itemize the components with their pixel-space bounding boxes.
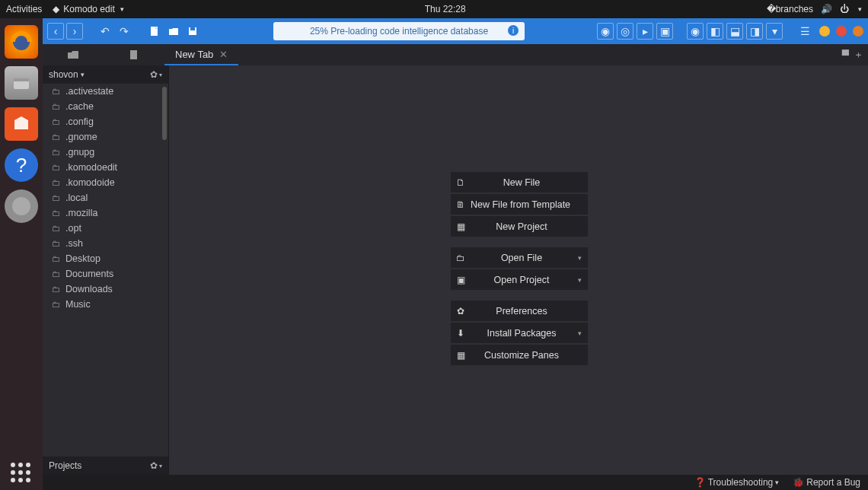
folder-icon: 🗀 [451, 253, 471, 263]
power-icon[interactable]: ⏻ [840, 4, 849, 14]
label: Troubleshooting [708, 477, 774, 488]
folder-icon: 🗀 [52, 163, 61, 172]
start-new-file[interactable]: 🗋 New File [451, 172, 588, 192]
report-bug-button[interactable]: 🐞 Report a Bug [793, 477, 860, 488]
open-project-icon: ▣ [451, 275, 471, 285]
dock-komodo[interactable] [5, 189, 38, 223]
places-item-label: .komodoide [65, 177, 115, 188]
label: New File from Template [471, 199, 588, 210]
places-item[interactable]: 🗀.opt [43, 221, 168, 236]
folder-icon: 🗀 [52, 132, 61, 142]
label: Open Project [471, 275, 588, 285]
network-icon[interactable]: �branches [767, 4, 813, 14]
start-new-project[interactable]: ▦ New Project [451, 216, 588, 237]
places-item[interactable]: 🗀.komodoedit [43, 160, 168, 175]
status-dot-red[interactable] [836, 26, 847, 37]
places-item[interactable]: 🗀.local [43, 190, 168, 205]
places-list[interactable]: 🗀.activestate🗀.cache🗀.config🗀.gnome🗀.gnu… [43, 84, 168, 457]
redo-button[interactable]: ↷ [116, 23, 132, 40]
status-bar: ❓ Troubleshooting ▾ 🐞 Report a Bug [43, 475, 868, 490]
places-item[interactable]: 🗀.gnome [43, 129, 168, 145]
folder-icon: 🗀 [52, 300, 61, 309]
start-preferences[interactable]: ✿ Preferences [451, 301, 588, 321]
projects-header[interactable]: Projects ✿▾ [43, 457, 168, 475]
projects-gear-button[interactable]: ✿▾ [150, 460, 162, 471]
start-customize-panes[interactable]: ▦ Customize Panes [451, 345, 588, 365]
hamburger-menu[interactable]: ☰ [796, 23, 813, 40]
record-button[interactable]: ◉ [597, 23, 614, 40]
places-item[interactable]: 🗀Desktop [43, 251, 168, 266]
places-item[interactable]: 🗀.ssh [43, 236, 168, 251]
folder-icon: 🗀 [52, 224, 61, 233]
svg-point-3 [12, 197, 30, 215]
open-button[interactable] [165, 23, 182, 40]
label: Open File [471, 253, 588, 263]
info-icon[interactable]: i [508, 25, 519, 36]
tab-list-icon[interactable]: ▀ [842, 49, 849, 61]
places-user-header[interactable]: shovon ▾ ✿▾ [43, 65, 168, 84]
places-item-label: .komodoedit [65, 162, 117, 173]
dock-apps-grid[interactable] [11, 463, 30, 482]
scrollbar[interactable] [162, 87, 167, 140]
stop-button[interactable]: ◎ [617, 23, 633, 40]
places-item-label: Music [65, 299, 91, 310]
komodo-app-icon: ◆ [53, 4, 59, 14]
start-open-project[interactable]: ▣ Open Project ▾ [451, 269, 588, 290]
dock-software-center[interactable] [5, 107, 38, 141]
chevron-down-icon[interactable]: ▾ [858, 5, 862, 13]
gear-icon: ✿ [451, 306, 471, 317]
places-gear-button[interactable]: ✿▾ [150, 69, 162, 80]
nav-forward-button[interactable]: › [66, 23, 83, 40]
start-install-packages[interactable]: ⬇ Install Packages ▾ [451, 323, 588, 343]
status-dot-yellow[interactable] [819, 26, 830, 37]
app-menu[interactable]: ◆ Komodo edit ▾ [53, 4, 123, 14]
dock-help[interactable]: ? [5, 148, 38, 182]
folder-icon: 🗀 [52, 178, 61, 187]
folder-icon: 🗀 [52, 102, 61, 111]
new-file-button[interactable] [146, 23, 163, 40]
chevron-down-icon: ▾ [578, 329, 582, 337]
komodo-window: ‹ › ↶ ↷ 25% Pre-loading code intelligenc… [43, 18, 868, 475]
undo-button[interactable]: ↶ [97, 23, 113, 40]
places-item[interactable]: 🗀.gnupg [43, 145, 168, 160]
start-panel: 🗋 New File 🗎 New File from Template ▦ Ne… [451, 172, 588, 365]
new-tab-button[interactable]: ＋ [854, 48, 863, 62]
pane-menu-button[interactable]: ▾ [766, 23, 783, 40]
places-item[interactable]: 🗀.komodoide [43, 175, 168, 190]
close-icon[interactable]: ✕ [219, 49, 228, 60]
places-item[interactable]: 🗀.config [43, 114, 168, 129]
openfiles-pane-tab[interactable] [104, 44, 164, 65]
troubleshooting-button[interactable]: ❓ Troubleshooting ▾ [694, 477, 780, 488]
activities-button[interactable]: Activities [6, 4, 42, 14]
places-item[interactable]: 🗀.mozilla [43, 205, 168, 221]
folder-icon: 🗀 [52, 148, 61, 157]
places-item[interactable]: 🗀.activestate [43, 84, 168, 99]
folder-icon: 🗀 [52, 208, 61, 218]
record2-button[interactable]: ▣ [656, 23, 673, 40]
places-pane-tab[interactable] [43, 44, 104, 65]
volume-icon[interactable]: 🔊 [821, 4, 832, 14]
places-item[interactable]: 🗀.cache [43, 99, 168, 114]
pane-bottom-button[interactable]: ⬓ [726, 23, 743, 40]
tab-new[interactable]: New Tab ✕ [164, 44, 238, 65]
pane-left-button[interactable]: ◧ [707, 23, 723, 40]
dock-files[interactable] [5, 66, 38, 100]
start-open-file[interactable]: 🗀 Open File ▾ [451, 247, 588, 268]
places-item[interactable]: 🗀Documents [43, 266, 168, 282]
places-item-label: .cache [65, 101, 94, 112]
play-button[interactable]: ▸ [637, 23, 653, 40]
dock-firefox[interactable] [5, 25, 38, 59]
places-item[interactable]: 🗀Downloads [43, 282, 168, 297]
status-dot-orange[interactable] [853, 26, 863, 37]
preview-button[interactable]: ◉ [687, 23, 704, 40]
label: Preferences [471, 306, 588, 317]
clock[interactable]: Thu 22:28 [124, 4, 767, 14]
save-button[interactable] [184, 23, 201, 40]
start-new-file-template[interactable]: 🗎 New File from Template [451, 194, 588, 215]
places-item[interactable]: 🗀Music [43, 297, 168, 312]
pane-right-button[interactable]: ◨ [746, 23, 763, 40]
tab-label: New Tab [175, 49, 213, 60]
nav-back-button[interactable]: ‹ [47, 23, 64, 40]
folder-icon: 🗀 [52, 239, 61, 248]
places-item-label: Desktop [65, 253, 101, 264]
